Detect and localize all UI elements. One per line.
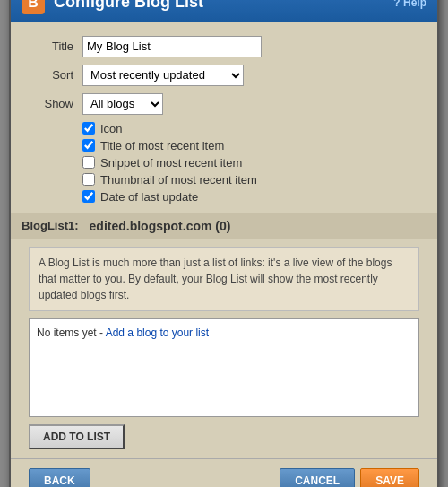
save-button[interactable]: SAVE [360,468,419,488]
checkbox-title-label: Title of most recent item [100,139,224,152]
checkbox-icon-row: Icon [82,122,419,135]
checkbox-snippet-label: Snippet of most recent item [100,156,242,170]
right-buttons: CANCEL SAVE [280,468,419,488]
checkbox-thumbnail-label: Thumbnail of most recent item [100,173,257,187]
checkbox-title-row: Title of most recent item [82,139,419,152]
add-to-list-button[interactable]: ADD TO LIST [29,424,125,449]
show-row: Show All blogs 5 10 15 20 [29,93,419,115]
title-label: Title [29,39,73,53]
back-button[interactable]: BACK [29,468,90,488]
sort-select[interactable]: Most recently updated Most recently crea… [82,65,244,86]
checkbox-thumbnail[interactable] [82,173,95,186]
bloglist-row: BlogList1: edited.blogspot.com (0) [11,213,437,239]
checkbox-title-recent[interactable] [82,139,95,152]
checkbox-snippet[interactable] [82,156,95,169]
cancel-button[interactable]: CANCEL [280,468,355,488]
show-label: Show [29,97,73,110]
sort-row: Sort Most recently updated Most recently… [29,65,419,86]
bloglist-value: edited.blogspot.com (0) [90,219,231,233]
blog-list-box: No items yet - Add a blog to your list [29,318,419,417]
sort-label: Sort [29,68,73,82]
no-items-text: No items yet - [37,326,106,339]
add-blog-link[interactable]: Add a blog to your list [106,326,209,339]
footer-buttons: BACK CANCEL SAVE [11,458,437,488]
bloglist-label: BlogList1: [22,219,79,232]
checkbox-date[interactable] [82,190,95,203]
title-input[interactable] [82,36,262,57]
checkbox-icon[interactable] [82,122,95,135]
title-row: Title [29,36,419,57]
checkbox-date-row: Date of last update [82,190,419,204]
checkbox-snippet-row: Snippet of most recent item [82,156,419,170]
checkbox-icon-label: Icon [100,122,123,135]
checkbox-date-label: Date of last update [100,190,198,204]
blogger-icon: B [22,0,45,14]
dialog-title: Configure Blog List [54,0,203,12]
help-button[interactable]: ? Help [393,0,426,9]
dialog-content: Title Sort Most recently updated Most re… [11,22,437,488]
show-select[interactable]: All blogs 5 10 15 20 [82,93,163,115]
info-text: A Blog List is much more than just a lis… [39,257,392,301]
info-box: A Blog List is much more than just a lis… [29,247,419,311]
checkbox-thumbnail-row: Thumbnail of most recent item [82,173,419,187]
title-bar: B Configure Blog List ? Help [11,0,437,22]
checkboxes-section: Icon Title of most recent item Snippet o… [82,122,419,204]
configure-blog-list-dialog: B Configure Blog List ? Help Title Sort … [9,0,439,487]
